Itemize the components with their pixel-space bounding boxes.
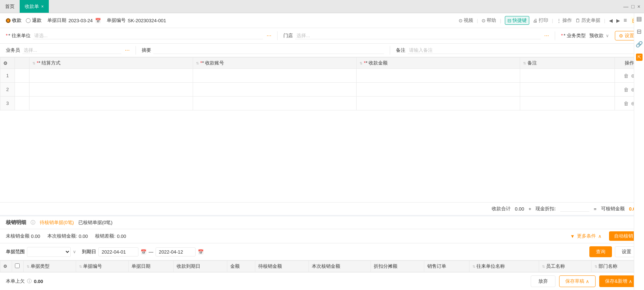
sidebar-doc-icon[interactable]: ⊟ [637, 28, 641, 35]
store-group: 门店 ··· [283, 32, 549, 39]
row-delete-icon[interactable]: 🗑 [624, 87, 629, 93]
staff-more-icon[interactable]: ··· [125, 47, 130, 54]
amount-th: ⇅ ** 收款金额 [357, 58, 520, 69]
current-stat: 本次核销金额: 0.00 [47, 233, 88, 239]
row-delete-icon[interactable]: 🗑 [624, 101, 629, 106]
sidebar-table-icon[interactable]: ▤ [636, 15, 642, 22]
history-icon: 🗒 [576, 18, 580, 23]
done-tab[interactable]: 已核销单据(0笔) [78, 219, 113, 226]
save-new-btn[interactable]: 保存&新增 ∧ [599, 275, 638, 287]
abandon-btn[interactable]: 放弃 [531, 275, 555, 287]
settings-gear-icon: ⚙ [619, 33, 623, 39]
tab-close-icon[interactable]: × [41, 4, 44, 9]
fields-row-2: 业务员 ··· 摘要 备注 [0, 44, 644, 57]
range-filter-group: 单据范围 ∨ [6, 247, 76, 257]
sidebar-expand-icon[interactable]: ⇱ [636, 54, 643, 61]
business-type-dropdown-icon[interactable]: ∨ [606, 33, 609, 38]
staff-input[interactable] [22, 47, 121, 54]
date-filter-group: 到期日 📅 — 📅 [82, 247, 204, 256]
counterpart-input[interactable] [33, 32, 263, 39]
video-btn[interactable]: ⊙ 视频 [459, 17, 473, 24]
tab-collection[interactable]: 收款单 × [20, 0, 49, 13]
form-header: 收款 退款 单据日期 2023-03-24 📅 单据编号 SK-20230324… [0, 13, 644, 28]
note-th: ⇅ 备注 [520, 58, 615, 69]
history-btn[interactable]: 🗒 历史单据 [576, 17, 600, 24]
query-btn[interactable]: 查询 [589, 246, 612, 257]
select-all-checkbox[interactable] [15, 263, 20, 268]
table-settings-th[interactable]: ⚙ [0, 58, 15, 69]
radio-refund[interactable]: 退款 [26, 17, 42, 24]
table-row: 3 🗑 ⊕ [0, 97, 644, 110]
range-dropdown-icon[interactable]: ∨ [73, 249, 76, 254]
bt-discount-th: 折扣分摊额 [371, 261, 424, 272]
window-close-btn[interactable]: × [637, 4, 640, 9]
date-start-input[interactable] [98, 247, 138, 256]
verification-table: ⚙ ⇅ 单据类型 ⇅ 单据编号 单据日期 收款到期日 金额 待核销金额 本次核销… [0, 260, 644, 272]
print-btn[interactable]: 🖨 打印 [533, 17, 548, 24]
business-type-group: ** 业务类型 预收款 ∨ [561, 32, 609, 39]
nav-prev-icon[interactable]: ◀ [609, 18, 613, 23]
date-calendar-icon[interactable]: 📅 [95, 18, 101, 23]
verification-info-icon[interactable]: ⓘ [31, 219, 35, 226]
footer-buttons: 放弃 保存草稿 ∧ 保存&新增 ∧ [531, 275, 638, 287]
table-wrapper: ⚙ ⇅ ** 结算方式 ⇅ ** 收款账号 ⇅ ** 收款金额 ⇅ 备注 操作 … [0, 57, 644, 202]
bt-settings-th[interactable]: ⚙ [0, 261, 12, 272]
window-max-btn[interactable]: □ [631, 4, 634, 9]
window-min-btn[interactable]: — [623, 4, 628, 9]
calendar-end-icon[interactable]: 📅 [198, 249, 204, 255]
save-draft-dropdown-icon[interactable]: ∧ [586, 279, 589, 284]
counterpart-group: ** 往来单位 ··· [6, 32, 271, 39]
filter-row: 单据范围 ∨ 到期日 📅 — 📅 查询 设置 [0, 243, 644, 260]
bt-due-th: 收款到期日 [173, 261, 227, 272]
summary-group: 摘要 [142, 47, 384, 54]
discount-input[interactable] [560, 206, 589, 212]
help-icon: ⊙ [482, 18, 486, 23]
store-more-icon[interactable]: ··· [544, 32, 549, 39]
operation-icon: ⋮ [557, 18, 561, 23]
sidebar-link-icon[interactable]: 🔗 [636, 41, 643, 48]
date-end-input[interactable] [156, 247, 196, 256]
bt-type-th: ⇅ 单据类型 [24, 261, 76, 272]
window-controls: — □ × [623, 4, 644, 9]
counterpart-more-icon[interactable]: ··· [267, 32, 271, 39]
bt-checkbox-th[interactable] [12, 261, 24, 272]
tab-home[interactable]: 首页 [0, 0, 20, 13]
filter-icon: ▼ [570, 234, 575, 239]
calendar-start-icon[interactable]: 📅 [141, 249, 146, 255]
shortcut-btn[interactable]: ⊟ 快捷键 [505, 16, 529, 25]
date-field: 单据日期 2023-03-24 📅 [47, 17, 101, 24]
info-icon: ⓘ [27, 278, 32, 285]
operation-btn[interactable]: ⋮ 操作 [557, 17, 572, 24]
main-content: 收款 退款 单据日期 2023-03-24 📅 单据编号 SK-20230324… [0, 13, 644, 290]
fields-row-1: ** 往来单位 ··· 门店 ··· ** 业务类型 预收款 ∨ ⚙ 设置 [0, 28, 644, 44]
number-field: 单据编号 SK-20230324-001 [107, 17, 166, 24]
store-input[interactable] [295, 32, 541, 39]
print-icon: 🖨 [533, 18, 538, 23]
radio-collection[interactable]: 收款 [6, 17, 21, 24]
bt-staff-th: ⇅ 员工名称 [539, 261, 591, 272]
summary-input[interactable] [153, 47, 384, 54]
pending-tab[interactable]: 待核销单据(0笔) [40, 219, 74, 226]
more-conditions-btn[interactable]: ▼ 更多条件 ∧ [570, 233, 602, 239]
unverified-stat: 未核销金额 0.00 [6, 233, 40, 239]
filter-right-btns: 查询 设置 [589, 246, 638, 257]
save-new-dropdown-icon[interactable]: ∧ [629, 279, 632, 284]
range-select[interactable] [27, 247, 71, 257]
summary-row: 收款合计 0.00 + 现金折扣: = 可核销金额 0.00 [0, 202, 644, 215]
bt-amount-th: 金额 [227, 261, 255, 272]
bt-sales-order-th: 销售订单 [424, 261, 470, 272]
right-sidebar: ▤ ⊟ 🔗 ⇱ [634, 13, 644, 290]
bt-pending-th: 待核销金额 [255, 261, 309, 272]
bt-counterpart-th: ⇅ 往来单位名称 [470, 261, 539, 272]
row-num-th [15, 58, 30, 69]
list-view-icon[interactable]: ≡ [624, 17, 627, 24]
account-th: ⇅ ** 收款账号 [193, 58, 357, 69]
diff-stat: 核销差额: 0.00 [95, 233, 126, 239]
bt-number-th: ⇅ 单据编号 [76, 261, 129, 272]
save-draft-btn[interactable]: 保存草稿 ∧ [559, 275, 596, 287]
verification-header: 核销明细 ⓘ 待核销单据(0笔) 已核销单据(0笔) [0, 216, 644, 229]
row-delete-icon[interactable]: 🗑 [624, 73, 629, 79]
nav-next-icon[interactable]: ▶ [616, 18, 620, 23]
note-input[interactable] [408, 47, 638, 54]
help-btn[interactable]: ⊙ 帮助 [482, 17, 496, 24]
